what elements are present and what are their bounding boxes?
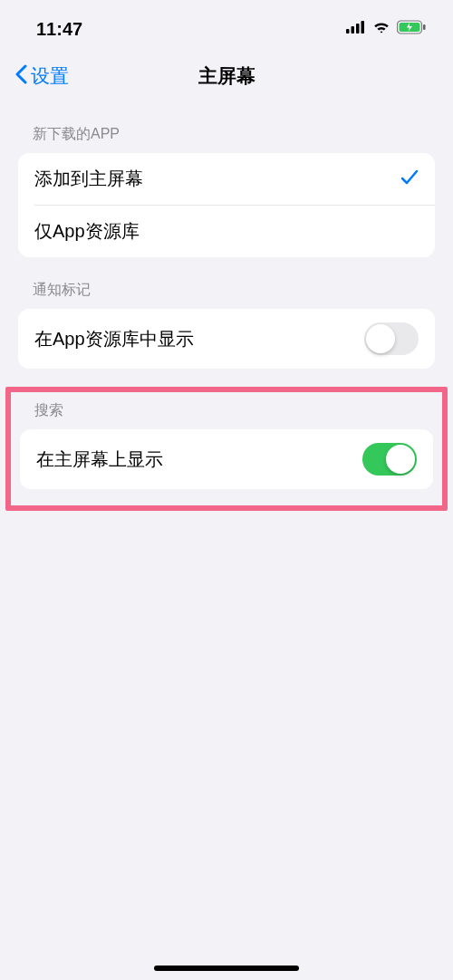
toggle-show-on-home[interactable] <box>362 443 417 476</box>
row-show-in-app-library: 在App资源库中显示 <box>18 309 435 369</box>
back-button[interactable]: 设置 <box>14 63 69 89</box>
wifi-icon <box>372 21 390 37</box>
group-new-apps: 添加到主屏幕 仅App资源库 <box>18 153 435 257</box>
row-label: 在App资源库中显示 <box>34 327 194 351</box>
battery-icon <box>397 20 426 38</box>
svg-rect-1 <box>352 26 355 34</box>
toggle-knob <box>386 445 415 474</box>
group-search: 在主屏幕上显示 <box>20 429 433 489</box>
checkmark-icon <box>400 168 419 190</box>
row-app-library-only[interactable]: 仅App资源库 <box>34 205 435 257</box>
row-show-on-home: 在主屏幕上显示 <box>20 429 433 489</box>
cellular-icon <box>346 21 366 37</box>
status-time: 11:47 <box>36 19 82 40</box>
group-badges: 在App资源库中显示 <box>18 309 435 369</box>
row-label: 仅App资源库 <box>34 219 140 244</box>
highlight-annotation: 搜索 在主屏幕上显示 <box>5 387 448 511</box>
row-add-to-home[interactable]: 添加到主屏幕 <box>18 153 435 205</box>
nav-bar: 设置 主屏幕 <box>0 51 453 101</box>
back-label: 设置 <box>31 63 69 89</box>
chevron-left-icon <box>14 64 27 89</box>
row-label: 在主屏幕上显示 <box>36 447 163 472</box>
section-header-search: 搜索 <box>20 396 433 429</box>
toggle-show-in-app-library[interactable] <box>364 322 419 355</box>
section-new-apps: 新下载的APP 添加到主屏幕 仅App资源库 <box>0 125 453 257</box>
home-indicator[interactable] <box>154 966 299 971</box>
svg-rect-6 <box>423 24 426 30</box>
section-badges: 通知标记 在App资源库中显示 <box>0 281 453 369</box>
section-header-badges: 通知标记 <box>18 281 435 309</box>
svg-rect-0 <box>346 29 350 34</box>
section-header-new-apps: 新下载的APP <box>18 125 435 153</box>
page-title: 主屏幕 <box>198 63 255 89</box>
toggle-knob <box>366 324 395 353</box>
svg-rect-2 <box>356 24 360 34</box>
status-icons <box>346 20 426 38</box>
row-label: 添加到主屏幕 <box>34 167 143 191</box>
svg-rect-3 <box>361 21 365 34</box>
status-bar: 11:47 <box>0 0 453 51</box>
